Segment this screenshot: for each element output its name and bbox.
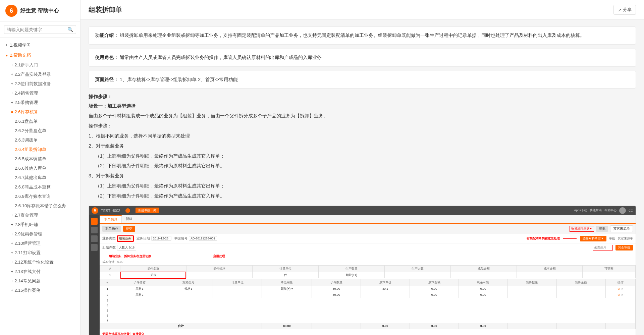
sidebar-item-2-6-9[interactable]: 2.6.9库存账本查询 [0, 192, 80, 201]
expand-icon-2-7: + [11, 213, 14, 218]
mock-btn-other[interactable]: 其它来源单 [610, 225, 633, 232]
table-row: 3 [100, 298, 636, 303]
nav-list: + 1.视频学习 ● 2.帮助文档 + 2.1新手入门 + 2.2产品安装及登录 [0, 38, 80, 335]
ctd-4-index: 4 [100, 303, 115, 308]
mock-logo: 6 [92, 207, 98, 214]
sidebar-item-2-1[interactable]: + 2.1新手入门 [0, 60, 80, 70]
th-prod-amt2: 成本金额 [517, 265, 583, 272]
sidebar-label-1: 1.视频学习 [10, 42, 31, 48]
sidebar-item-2-3[interactable]: + 2.3使用前数据准备 [0, 79, 80, 89]
cth-spec: 规格型号 [164, 279, 213, 286]
expand-icon-2-4: + [11, 91, 14, 96]
annotation-text2: 组装业务、拆卸业务在这里切换 [109, 255, 151, 258]
sidebar-item-2-4[interactable]: + 2.4销售管理 [0, 89, 80, 98]
ctd-2-name: 黑料2 [115, 292, 164, 298]
mock-side-icon2 [91, 227, 98, 233]
table-row: 5 [100, 308, 636, 313]
sidebar-item-2-6-4[interactable]: 2.6.4组装拆卸单 [0, 145, 80, 154]
sidebar-item-2-15[interactable]: + 2.15操作案例 [0, 286, 80, 295]
mock-btn-confirm[interactable]: 完全审批 [615, 245, 633, 250]
td-1-prod-person [384, 272, 450, 278]
td-1-index: 1 [100, 272, 120, 278]
ctd-2-price [361, 292, 410, 298]
sidebar-item-docs[interactable]: ● 2.帮助文档 [0, 50, 80, 60]
search-icon[interactable]: 🔍 [67, 27, 73, 32]
mock-refresh-icon [125, 208, 130, 213]
cth-out-amt: 出库金额 [556, 279, 605, 286]
expand-icon-2-14: + [11, 278, 14, 283]
mock-child-tbody: 1 黑料1 规格1 领取(+) + 30.00 40.1 0.00 0.00 [100, 286, 636, 323]
cth-cost-amt: 成本金额 [410, 279, 459, 286]
ctd-2-cost: 0.00 [410, 292, 459, 298]
step-3: 3、对于拆装业务 [89, 172, 636, 180]
search-input[interactable] [7, 27, 67, 32]
sidebar-item-2-13[interactable]: + 2.13在线支付 [0, 267, 80, 276]
mock-side-icon3 [91, 235, 98, 242]
sidebar-item-2-6-3[interactable]: 2.6.3调拨单 [0, 135, 80, 145]
mock-form-row2: 起始件数 人数人 2/16 处理由用 完全审批 [100, 243, 636, 252]
mock-tab2[interactable]: 新建 [122, 215, 137, 223]
row-action-icon[interactable]: ⊙ [618, 287, 620, 290]
mock-btn-select-template[interactable]: 选择对料单据▼ [580, 236, 606, 241]
sidebar-item-2-5[interactable]: + 2.5采购管理 [0, 98, 80, 107]
path-block: 页面路径： 1、库存核算->库存管理->组装拆卸单 2、首页->常用功能 [89, 71, 636, 89]
sidebar-item-2-9[interactable]: + 2.9优惠券管理 [0, 229, 80, 239]
sidebar-item-2-6-6[interactable]: 2.6.6其他入库单 [0, 164, 80, 173]
sidebar-item-2-11[interactable]: + 2.11打印设置 [0, 248, 80, 258]
sidebar-item-2-2[interactable]: + 2.2产品安装及登录 [0, 70, 80, 79]
mock-app: 6 TEST-H002 新建单据一夹 Apps下载 功能帮助 帮助中心 CC [89, 206, 636, 335]
page-title: 组装拆卸单 [89, 5, 122, 14]
expand-icon-2: ● [5, 53, 8, 58]
sidebar-item-2-10[interactable]: + 2.10经营管理 [0, 239, 80, 248]
expand-icon-2-8: + [11, 222, 14, 227]
sidebar-item-2-6-8[interactable]: 2.6.8商品成本重算 [0, 182, 80, 192]
row-action-icon2[interactable]: ⊙ [618, 293, 620, 296]
td-1-prod-qty: 领取(+1) [318, 272, 384, 278]
footer-col11 [556, 323, 605, 329]
biz-type-value[interactable]: 组装业务 [117, 235, 134, 242]
sidebar-item-2-6-5[interactable]: 2.6.5成本调整单 [0, 154, 80, 164]
ops-label: 操作步骤： [89, 94, 636, 100]
sidebar-item-2-6-10[interactable]: 2.6.10库存账本错了怎么办 [0, 201, 80, 211]
sidebar-item-2-12[interactable]: + 2.12系统个性化设置 [0, 258, 80, 267]
mock-processor-field[interactable]: 处理由用 [593, 245, 613, 250]
app-title: 好生意 帮助中心 [20, 7, 59, 14]
mock-side-icon1 [91, 218, 98, 225]
cth-out-qty: 出库数量 [507, 279, 556, 286]
mock-sidebar [89, 215, 100, 335]
mock-btn-save[interactable]: 本单操作 [102, 226, 121, 232]
td-1-prod-amt2 [517, 272, 583, 278]
sidebar-item-video[interactable]: + 1.视频学习 [0, 40, 80, 50]
biz-type-label: 业务类型 [102, 236, 116, 241]
step-3-1: （1）上部明细为父件明细，最终作为原材料生成其它出库单； [95, 182, 636, 190]
share-button[interactable]: ↗ 分享 [613, 5, 636, 15]
ctd-1-op[interactable]: ⊙ ✕ [605, 286, 635, 292]
mock-btn-submit[interactable]: 提交 [123, 226, 135, 232]
mock-total-label: 成本合计：0.00 [100, 259, 636, 265]
search-box[interactable]: 🔍 [4, 25, 76, 34]
sidebar-item-2-8[interactable]: + 2.8手机旺铺 [0, 220, 80, 229]
sidebar-item-2-6-7[interactable]: 2.6.7其他出库单 [0, 173, 80, 182]
app-logo: 6 [5, 5, 17, 17]
qty-value: 人数人 2/16 [117, 245, 136, 250]
sidebar-item-2-7[interactable]: + 2.7资金管理 [0, 211, 80, 220]
td-1-prod-amt1 [450, 272, 517, 278]
sidebar-item-2-6[interactable]: ● 2.6库存核算 [0, 107, 80, 117]
sidebar-item-2-6-1[interactable]: 2.6.1盘点单 [0, 117, 80, 126]
row-delete-icon2[interactable]: ✕ [621, 293, 624, 296]
ctd-2-op[interactable]: ⊙ ✕ [605, 292, 635, 298]
ctd-1-price: 40.1 [361, 286, 410, 292]
func-intro-text: 组装拆卸单用来处理企业组装或拆卸等加工业务，支持有固定装配清单的产品加工业务，也… [120, 33, 585, 38]
expand-icon-2-6: ● [11, 109, 14, 114]
td-1-unit: 件 [253, 272, 319, 278]
mock-btn-approve[interactable]: 审批 [596, 226, 608, 232]
footer-label: 合计 [100, 323, 262, 329]
row-delete-icon[interactable]: ✕ [621, 287, 624, 290]
ctd-1-outqty [507, 286, 556, 292]
ctd-3-index: 3 [100, 298, 115, 303]
sidebar-item-2-14[interactable]: + 2.14常见问题 [0, 276, 80, 286]
mock-tab1[interactable]: 本单信息 [100, 215, 122, 223]
sidebar-item-2-6-2[interactable]: 2.6.2分量盘点单 [0, 126, 80, 135]
ctd-1-name: 黑料1 [115, 286, 164, 292]
mock-new-btn[interactable]: 新建单据一夹 [136, 208, 159, 213]
